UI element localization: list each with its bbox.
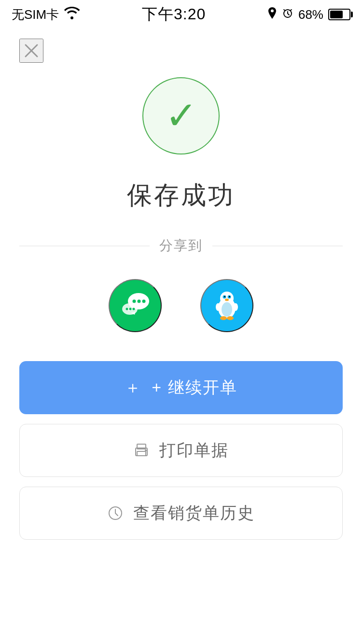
svg-point-5 xyxy=(138,299,141,303)
qq-icon xyxy=(212,289,241,322)
svg-point-18 xyxy=(222,302,232,317)
continue-button[interactable]: ＋ + 继续开单 xyxy=(19,361,343,414)
share-divider: 分享到 xyxy=(19,237,343,255)
svg-point-19 xyxy=(220,316,227,320)
svg-point-10 xyxy=(133,308,135,310)
share-label: 分享到 xyxy=(159,237,203,255)
print-button[interactable]: 打印单据 xyxy=(19,424,343,477)
print-icon xyxy=(133,442,150,459)
svg-rect-25 xyxy=(137,451,146,456)
divider-line-left xyxy=(19,246,150,246)
svg-point-8 xyxy=(126,308,128,310)
continue-label: + 继续开单 xyxy=(152,377,237,399)
location-icon xyxy=(267,7,277,22)
print-label: 打印单据 xyxy=(159,439,229,462)
clock-icon xyxy=(107,505,124,521)
svg-point-9 xyxy=(129,308,132,310)
svg-point-17 xyxy=(225,299,229,301)
checkmark-icon: ✓ xyxy=(165,97,197,135)
alarm-icon xyxy=(282,7,293,22)
share-icons xyxy=(19,279,343,332)
svg-point-20 xyxy=(227,316,234,320)
divider-line-right xyxy=(212,246,343,246)
battery-icon xyxy=(328,9,350,20)
plus-icon: ＋ xyxy=(125,377,142,399)
svg-point-4 xyxy=(133,299,136,303)
status-right: 68% xyxy=(267,7,350,22)
close-button[interactable] xyxy=(19,39,43,63)
status-bar: 无SIM卡 下午3:20 68% xyxy=(0,0,362,29)
actions-section: ＋ + 继续开单 打印单据 查看销货单历 xyxy=(19,361,343,540)
svg-point-16 xyxy=(229,296,230,297)
svg-point-26 xyxy=(145,449,147,451)
time-display: 下午3:20 xyxy=(142,4,206,25)
svg-point-21 xyxy=(216,303,221,311)
svg-point-15 xyxy=(224,296,225,297)
share-qq-button[interactable] xyxy=(200,279,253,332)
main-content: ✓ 保存成功 分享到 xyxy=(0,29,362,644)
history-label: 查看销货单历史 xyxy=(133,502,255,524)
share-section: 分享到 xyxy=(19,237,343,332)
svg-point-6 xyxy=(142,299,146,303)
carrier-label: 无SIM卡 xyxy=(12,6,59,23)
wechat-icon xyxy=(118,291,152,321)
wifi-icon xyxy=(64,7,80,23)
share-wechat-button[interactable] xyxy=(109,279,162,332)
battery-percentage: 68% xyxy=(298,7,323,22)
success-title: 保存成功 xyxy=(127,179,235,212)
status-left: 无SIM卡 xyxy=(12,6,80,23)
success-circle: ✓ xyxy=(142,77,220,154)
history-button[interactable]: 查看销货单历史 xyxy=(19,487,343,540)
svg-point-22 xyxy=(233,303,238,311)
success-section: ✓ 保存成功 xyxy=(19,77,343,212)
battery-fill xyxy=(330,11,343,18)
